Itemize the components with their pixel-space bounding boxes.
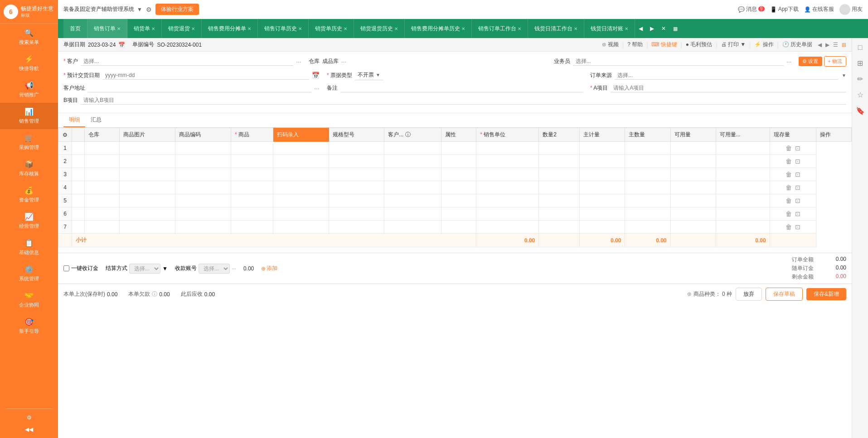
cell-attribute[interactable] (384, 221, 441, 234)
horizontal-scrollbar[interactable] (58, 247, 852, 253)
cell-warehouse[interactable] (72, 221, 85, 234)
tab-summary[interactable]: 汇总 (85, 113, 107, 127)
close-daily-reconcile-icon[interactable]: ✕ (625, 26, 628, 31)
operations-btn[interactable]: ⚡ 操作 (754, 41, 773, 48)
add-material-button[interactable]: + 物流 (824, 56, 846, 67)
nav-sales-return[interactable]: 销货退货 ✕ (162, 19, 202, 38)
th-customer-ref[interactable]: 客户... ⓘ (384, 128, 441, 142)
th-attribute[interactable]: 属性 (441, 128, 476, 142)
delivery-input[interactable] (102, 71, 309, 80)
sidebar-item-basicinfo[interactable]: 📋 基础信息 (0, 234, 58, 260)
history-btn[interactable]: 🕐 历史单据 (782, 41, 812, 48)
cell-product[interactable] (175, 142, 231, 155)
nav-daily-clear[interactable]: 钱货日清工作台 ✕ (528, 19, 584, 38)
nav-right-icon[interactable]: ▶ (825, 42, 829, 48)
tab-detail[interactable]: 明细 (63, 113, 85, 127)
cell-warehouse[interactable] (72, 207, 85, 221)
cell-attribute[interactable] (384, 168, 441, 181)
cell-warehouse[interactable] (72, 168, 85, 181)
th-qty2[interactable]: 数量2 (539, 128, 580, 142)
nav-order-workbench[interactable]: 销售订单工作台 ✕ (472, 19, 528, 38)
cell-warehouse[interactable] (72, 194, 85, 207)
profit-preview-btn[interactable]: ● 毛利预估 (686, 41, 713, 48)
cell-code[interactable] (120, 221, 175, 234)
sidebar-item-collab[interactable]: 🤝 企业协同 (0, 287, 58, 313)
cell-customer-ref[interactable] (329, 207, 384, 221)
account-dots-icon[interactable]: ··· (232, 265, 236, 272)
setup-button[interactable]: ⚙ 设置 (799, 57, 822, 66)
staff-input[interactable] (573, 57, 784, 66)
cell-warehouse[interactable] (72, 142, 85, 155)
nav-return-history[interactable]: 销货退货历史 ✕ (354, 19, 405, 38)
cell-product[interactable] (175, 155, 231, 168)
cell-qty2[interactable] (476, 207, 539, 221)
nav-next-icon[interactable]: ▶ (646, 19, 658, 38)
cell-qty2[interactable] (476, 168, 539, 181)
sidebar-item-operations[interactable]: 📈 经营管理 (0, 208, 58, 234)
discard-button[interactable]: 放弃 (736, 288, 762, 301)
th-available2[interactable]: 可用量... (716, 128, 770, 142)
nav-home[interactable]: 首页 (63, 19, 87, 38)
cell-attribute[interactable] (384, 142, 441, 155)
payment-select[interactable]: 选择... (129, 264, 160, 274)
remark-input[interactable] (340, 84, 583, 92)
system-dropdown-icon[interactable]: ▼ (137, 6, 142, 13)
nav-sales-bill[interactable]: 销货单 ✕ (127, 19, 162, 38)
row-delete-btn[interactable]: 🗑 (785, 184, 793, 191)
shortcut-btn[interactable]: ⌨ 快捷键 (651, 41, 677, 48)
cell-spec[interactable] (273, 221, 329, 234)
order-source-input[interactable] (615, 71, 838, 80)
customer-more-icon[interactable]: ··· (296, 58, 301, 65)
cell-product[interactable] (175, 207, 231, 221)
th-settings[interactable]: ⚙ (58, 128, 72, 142)
nav-expense-history[interactable]: 销售费用分摊单历史 ✕ (405, 19, 472, 38)
close-return-history-icon[interactable]: ✕ (394, 26, 398, 31)
th-main-qty[interactable]: 主数量 (625, 128, 670, 142)
sidebar-item-purchase[interactable]: 🛒 采购管理 (0, 129, 58, 155)
cell-unit[interactable] (441, 168, 476, 181)
sidebar-item-marketing[interactable]: 📢 营销推广 (0, 77, 58, 103)
sidebar-collapse-btn[interactable]: ◀◀ (2, 424, 56, 434)
close-sales-order-icon[interactable]: ✕ (117, 26, 121, 31)
cell-spec[interactable] (273, 181, 329, 194)
right-panel-icon-1[interactable]: □ (856, 42, 864, 53)
cell-spec[interactable] (273, 142, 329, 155)
cell-customer-ref[interactable] (329, 168, 384, 181)
row-copy-btn[interactable]: ⊡ (794, 158, 801, 165)
cell-unit[interactable] (441, 181, 476, 194)
address-input[interactable] (88, 84, 311, 92)
customer-input[interactable] (81, 57, 293, 66)
sidebar-item-sales[interactable]: 📊 销售管理 (0, 103, 58, 129)
right-panel-icon-5[interactable]: 🔖 (854, 105, 867, 117)
row-delete-btn[interactable]: 🗑 (785, 158, 793, 165)
row-copy-btn[interactable]: ⊡ (794, 144, 801, 152)
sidebar-item-guide[interactable]: 🎯 新手引导 (0, 313, 58, 339)
nav-sales-expense[interactable]: 销售费用分摊单 ✕ (202, 19, 258, 38)
sidebar-item-finance[interactable]: 💰 资金管理 (0, 182, 58, 208)
row-delete-btn[interactable]: 🗑 (785, 223, 793, 231)
cell-main-qty[interactable] (580, 142, 625, 155)
cell-attribute[interactable] (384, 155, 441, 168)
cell-customer-ref[interactable] (329, 181, 384, 194)
save-draft-button[interactable]: 保存草稿 (766, 288, 803, 301)
message-btn[interactable]: 💬 消息 9 (738, 5, 765, 13)
cell-code[interactable] (120, 155, 175, 168)
sidebar-item-system[interactable]: ⚙️ 系统管理 (0, 260, 58, 287)
close-expense-history-icon[interactable]: ✕ (461, 26, 465, 31)
right-panel-icon-2[interactable]: ⊞ (855, 57, 865, 69)
sidebar-item-search[interactable]: 🔍 搜索菜单 (0, 24, 58, 50)
cell-spec[interactable] (273, 207, 329, 221)
save-new-button[interactable]: 保存&新增 (806, 288, 846, 300)
help-btn[interactable]: ? 帮助 (627, 41, 643, 48)
cell-main-qty[interactable] (580, 168, 625, 181)
account-select[interactable]: 选择... (199, 264, 230, 274)
cell-product[interactable] (175, 194, 231, 207)
cell-attribute[interactable] (384, 207, 441, 221)
row-delete-btn[interactable]: 🗑 (785, 144, 793, 152)
close-sales-expense-icon[interactable]: ✕ (247, 26, 251, 31)
a-project-input[interactable] (611, 84, 846, 92)
cell-warehouse[interactable] (72, 181, 85, 194)
cell-qty2[interactable] (476, 155, 539, 168)
cell-main-qty[interactable] (580, 194, 625, 207)
th-spec[interactable]: 规格型号 (329, 128, 384, 142)
